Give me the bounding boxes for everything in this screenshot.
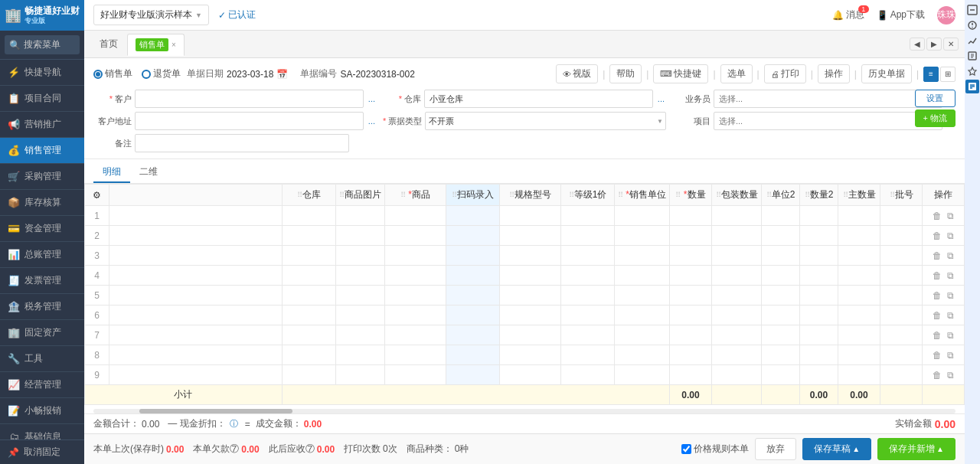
row-batch[interactable] — [880, 325, 923, 345]
row-qty2[interactable] — [800, 306, 838, 325]
history-button[interactable]: 历史单据 — [861, 64, 912, 83]
row-unit[interactable] — [614, 206, 669, 226]
row-pack-qty[interactable] — [712, 325, 762, 345]
row-price1[interactable] — [560, 226, 614, 246]
row-qty2[interactable] — [800, 286, 838, 306]
row-delete-button[interactable]: 🗑 — [931, 350, 943, 361]
calendar-icon[interactable]: 📅 — [276, 69, 288, 80]
row-delete-button[interactable]: 🗑 — [931, 250, 943, 261]
row-spec[interactable] — [499, 246, 560, 266]
row-unit[interactable] — [614, 345, 669, 365]
message-button[interactable]: 🔔 1 消息 — [832, 8, 864, 21]
shortcut-button[interactable]: ⌨ 快捷键 — [653, 64, 708, 83]
row-qty[interactable] — [670, 266, 712, 286]
rp-icon-2[interactable] — [965, 18, 979, 32]
row-qty[interactable] — [670, 306, 712, 325]
row-main-qty[interactable] — [838, 345, 880, 365]
row-warehouse[interactable] — [282, 226, 335, 246]
tab-sales-order[interactable]: 销售单 × — [127, 34, 185, 56]
row-pack-qty[interactable] — [712, 206, 762, 226]
row-batch[interactable] — [880, 345, 923, 365]
row-unit[interactable] — [614, 325, 669, 345]
row-qty2[interactable] — [800, 325, 838, 345]
row-price1[interactable] — [560, 206, 614, 226]
app-download-button[interactable]: 📱 App下载 — [877, 8, 925, 21]
cancel-fixed-item[interactable]: 📌 取消固定 — [0, 440, 84, 464]
row-main-qty[interactable] — [838, 306, 880, 325]
row-unit2[interactable] — [762, 226, 800, 246]
company-selector[interactable]: 好业财专业版演示样本 ▼ — [93, 5, 209, 25]
row-delete-button[interactable]: 🗑 — [931, 290, 943, 301]
tab-close-all-button[interactable]: ✕ — [943, 38, 959, 51]
row-spec[interactable] — [499, 226, 560, 246]
row-qty[interactable] — [670, 325, 712, 345]
search-menu-button[interactable]: 🔍 搜索菜单 — [5, 35, 80, 54]
row-unit2[interactable] — [762, 325, 800, 345]
row-batch-input[interactable] — [446, 246, 499, 266]
row-copy-button[interactable]: ⧉ — [946, 310, 956, 321]
view-button[interactable]: 👁 视版 — [556, 64, 598, 83]
th-price1[interactable]: ⠿等级1价 — [560, 185, 614, 206]
sidebar-item-purchase[interactable]: 🛒 采购管理 — [0, 164, 84, 190]
row-copy-button[interactable]: ⧉ — [946, 270, 956, 281]
row-qty2[interactable] — [800, 345, 838, 365]
user-avatar-button[interactable]: 珠珠 — [937, 6, 956, 25]
select-button[interactable]: 选单 — [720, 64, 753, 83]
row-copy-button[interactable]: ⧉ — [946, 211, 956, 221]
row-price1[interactable] — [560, 306, 614, 325]
save-new-button[interactable]: 保存并新增 ▲ — [877, 438, 956, 460]
tab-2d[interactable]: 二维 — [130, 162, 167, 183]
sidebar-item-fixed[interactable]: 🏢 固定资产 — [0, 320, 84, 346]
invoice-select[interactable]: 不开票 增值税普通发票 增值税专用发票 — [425, 112, 666, 130]
sidebar-item-report[interactable]: 📝 小畅报销 — [0, 398, 84, 424]
sidebar-item-sales[interactable]: 💰 销售管理 — [0, 138, 84, 164]
row-unit[interactable] — [614, 286, 669, 306]
abandon-button[interactable]: 放弃 — [755, 438, 796, 460]
tab-close-button[interactable]: × — [172, 41, 176, 49]
row-batch-input[interactable] — [446, 306, 499, 325]
row-warehouse[interactable] — [282, 325, 335, 345]
row-pack-qty[interactable] — [712, 365, 762, 385]
row-delete-button[interactable]: 🗑 — [931, 370, 943, 381]
row-warehouse[interactable] — [282, 286, 335, 306]
row-price1[interactable] — [560, 246, 614, 266]
sales-order-radio[interactable]: 销售单 — [93, 67, 132, 80]
rp-icon-6[interactable] — [965, 80, 979, 93]
row-image[interactable] — [335, 345, 384, 365]
row-batch[interactable] — [880, 246, 923, 266]
row-unit[interactable] — [614, 306, 669, 325]
row-pack-qty[interactable] — [712, 306, 762, 325]
row-product[interactable] — [384, 266, 446, 286]
row-batch[interactable] — [880, 306, 923, 325]
row-unit2[interactable] — [762, 206, 800, 226]
row-batch-input[interactable] — [446, 325, 499, 345]
th-product[interactable]: ⠿ *商品 — [384, 185, 446, 206]
row-qty2[interactable] — [800, 246, 838, 266]
th-warehouse[interactable]: ⠿仓库 — [282, 185, 335, 206]
row-delete-button[interactable]: 🗑 — [931, 270, 943, 281]
row-delete-button[interactable]: 🗑 — [931, 211, 943, 221]
row-unit2[interactable] — [762, 266, 800, 286]
row-image[interactable] — [335, 246, 384, 266]
rp-icon-4[interactable] — [965, 49, 979, 63]
row-copy-button[interactable]: ⧉ — [946, 230, 956, 241]
row-price1[interactable] — [560, 325, 614, 345]
row-qty[interactable] — [670, 286, 712, 306]
row-warehouse[interactable] — [282, 345, 335, 365]
tab-next-button[interactable]: ▶ — [926, 38, 942, 51]
sidebar-item-marketing[interactable]: 📢 营销推广 — [0, 112, 84, 138]
row-product[interactable] — [384, 226, 446, 246]
row-unit2[interactable] — [762, 365, 800, 385]
warehouse-input[interactable] — [424, 90, 653, 108]
sidebar-item-base[interactable]: 🗂 基础信息 — [0, 424, 84, 439]
row-main-qty[interactable] — [838, 325, 880, 345]
remark-input[interactable] — [135, 134, 349, 152]
customer-dots-button[interactable]: ... — [367, 94, 377, 103]
row-image[interactable] — [335, 286, 384, 306]
th-qty[interactable]: ⠿ *数量 — [670, 185, 712, 206]
list-view-button[interactable]: ≡ — [923, 67, 939, 82]
row-copy-button[interactable]: ⧉ — [946, 350, 956, 361]
row-image[interactable] — [335, 206, 384, 226]
row-warehouse[interactable] — [282, 206, 335, 226]
row-pack-qty[interactable] — [712, 345, 762, 365]
